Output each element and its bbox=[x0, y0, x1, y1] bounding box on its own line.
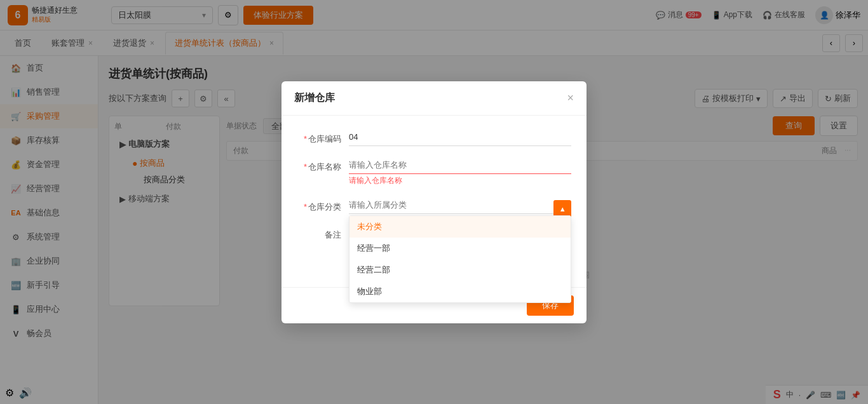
modal-body: 仓库编码 仓库名称 请输入仓库名称 仓库分类 bbox=[281, 116, 587, 287]
form-row-code: 仓库编码 bbox=[297, 128, 571, 146]
warehouse-code-input[interactable] bbox=[349, 128, 571, 146]
form-row-category: 仓库分类 ▴ 未分类 经营一部 经营二部 物业部 bbox=[297, 196, 571, 214]
dropdown-item-property[interactable]: 物业部 bbox=[349, 281, 571, 302]
modal-close-button[interactable]: × bbox=[567, 91, 574, 105]
code-label: 仓库编码 bbox=[297, 128, 341, 145]
arrow-up-icon: ▴ bbox=[560, 204, 565, 213]
name-field: 请输入仓库名称 bbox=[349, 156, 571, 186]
modal-header: 新增仓库 × bbox=[281, 81, 587, 116]
warehouse-category-input[interactable] bbox=[349, 196, 571, 214]
warehouse-name-input[interactable] bbox=[349, 156, 571, 174]
category-label: 仓库分类 bbox=[297, 196, 341, 213]
remarks-label: 备注 bbox=[297, 224, 341, 241]
dropdown-item-dept2[interactable]: 经营二部 bbox=[349, 259, 571, 281]
dropdown-item-unclassified[interactable]: 未分类 bbox=[349, 216, 571, 238]
modal-title: 新增仓库 bbox=[294, 91, 335, 105]
name-error-message: 请输入仓库名称 bbox=[349, 175, 571, 186]
modal-overlay: 新增仓库 × 仓库编码 仓库名称 请输入仓库名称 仓库分 bbox=[0, 0, 868, 404]
new-warehouse-modal: 新增仓库 × 仓库编码 仓库名称 请输入仓库名称 仓库分 bbox=[281, 81, 587, 323]
category-dropdown-list: 未分类 经营一部 经营二部 物业部 bbox=[349, 215, 571, 303]
category-select-wrapper: ▴ 未分类 经营一部 经营二部 物业部 bbox=[349, 196, 571, 214]
dropdown-item-dept1[interactable]: 经营一部 bbox=[349, 238, 571, 259]
category-field: ▴ 未分类 经营一部 经营二部 物业部 bbox=[349, 196, 571, 214]
form-row-name: 仓库名称 请输入仓库名称 bbox=[297, 156, 571, 186]
name-label: 仓库名称 bbox=[297, 156, 341, 173]
code-field bbox=[349, 128, 571, 146]
